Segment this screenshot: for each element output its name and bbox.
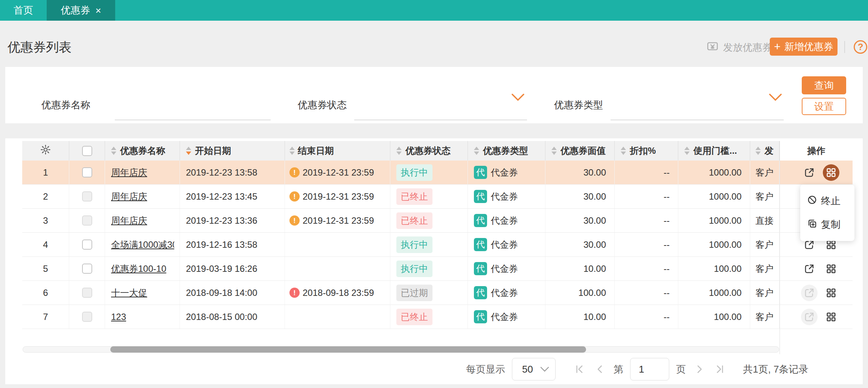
share-button[interactable]	[801, 285, 818, 301]
header-coupon-name[interactable]: 优惠券名称	[105, 141, 180, 161]
discount-cell: --	[615, 185, 678, 208]
threshold-cell: 1000.00	[678, 209, 750, 232]
coupon-name-link[interactable]: 周年店庆	[111, 191, 147, 203]
select-all-header[interactable]	[69, 141, 105, 161]
row-checkbox[interactable]	[82, 167, 92, 177]
table-row[interactable]: 6 十一大促 2018-09-18 14:00 ! 2018-09-18 23:…	[22, 281, 853, 305]
menu-item-copy[interactable]: 复制	[800, 213, 854, 236]
tab-coupon[interactable]: 优惠券 ×	[47, 0, 115, 21]
coupon-name-link[interactable]: 周年店庆	[111, 215, 147, 227]
table-row[interactable]: 7 123 2018-08-15 00:00 ! 已终止 代 代金券 10.00…	[22, 305, 853, 329]
face-value-cell: 10.00	[545, 257, 615, 280]
sort-icon[interactable]	[551, 147, 557, 155]
row-checkbox[interactable]	[82, 191, 92, 202]
issue-coupon-button[interactable]: 发放优惠券	[707, 39, 772, 56]
table-row[interactable]: 3 周年店庆 2019-12-23 13:36 ! 2019-12-31 23:…	[22, 209, 853, 233]
discount-cell: --	[615, 305, 678, 329]
row-checkbox[interactable]	[82, 312, 92, 322]
share-button[interactable]	[801, 261, 818, 277]
sort-icon[interactable]	[474, 147, 479, 155]
coupon-name-link[interactable]: 全场满1000减30	[111, 239, 174, 251]
page-number-input[interactable]	[630, 358, 669, 380]
menu-item-terminate[interactable]: 终止	[800, 189, 854, 213]
coupon-type-label: 代金券	[491, 311, 518, 323]
start-date-cell: 2019-03-19 16:26	[180, 257, 285, 280]
table-row[interactable]: 4 全场满1000减30 2019-12-16 13:58 ! 执行中 代 代金…	[22, 233, 853, 257]
header-coupon-status[interactable]: 优惠券状态	[390, 141, 468, 161]
threshold-cell: 100.00	[678, 257, 750, 280]
column-settings-header[interactable]	[22, 141, 69, 161]
table-row[interactable]: 1 周年店庆 2019-12-23 13:58 ! 2019-12-31 23:…	[22, 161, 853, 185]
add-coupon-button[interactable]: + 新增优惠券	[770, 38, 838, 56]
face-value-cell: 30.00	[545, 161, 615, 184]
coupon-status-select[interactable]	[354, 120, 527, 120]
chevron-down-icon[interactable]	[769, 93, 782, 102]
coupon-type-select[interactable]	[611, 120, 784, 120]
header-discount[interactable]: 折扣%	[615, 141, 678, 161]
previous-page-button[interactable]	[593, 362, 607, 376]
coupon-name-link[interactable]: 周年店庆	[111, 167, 147, 179]
sort-icon[interactable]	[289, 147, 295, 155]
first-page-button[interactable]	[573, 362, 586, 376]
end-date-text: 2018-09-18 23:59	[303, 288, 374, 298]
page-size-value: 50	[522, 364, 533, 375]
sort-icon[interactable]	[111, 147, 116, 155]
table-row[interactable]: 2 周年店庆 2019-12-23 13:45 ! 2019-12-31 23:…	[22, 185, 853, 209]
last-page-button[interactable]	[713, 362, 726, 376]
start-date-cell: 2019-12-16 13:58	[180, 233, 285, 256]
search-button[interactable]: 查询	[802, 76, 846, 94]
table-header-row: 优惠券名称 开始日期 结束日期 优惠券状态 优惠券类型 优惠券面值 折扣% 使	[22, 141, 853, 161]
share-button[interactable]	[801, 164, 818, 181]
settings-button[interactable]: 设置	[802, 98, 846, 115]
header-start-date[interactable]: 开始日期	[180, 141, 285, 161]
coupon-name-link[interactable]: 优惠券100-10	[111, 263, 166, 275]
more-actions-button[interactable]	[823, 285, 839, 301]
more-actions-button[interactable]	[823, 164, 839, 181]
coupon-type-icon: 代	[474, 286, 487, 299]
pagination-bar: 每页显示 50 第 页 共1页, 7条记录	[466, 357, 808, 381]
row-checkbox[interactable]	[82, 239, 92, 250]
horizontal-scrollbar-track[interactable]	[23, 346, 779, 353]
row-checkbox[interactable]	[82, 288, 92, 298]
share-button[interactable]	[801, 309, 818, 325]
gear-icon[interactable]	[40, 144, 51, 158]
row-checkbox[interactable]	[82, 215, 92, 226]
coupon-name-link[interactable]: 123	[111, 312, 126, 322]
more-actions-button[interactable]	[823, 261, 839, 277]
start-date-cell: 2019-12-23 13:58	[180, 161, 285, 184]
issue-coupon-label: 发放优惠券	[723, 41, 772, 54]
select-all-checkbox[interactable]	[82, 146, 92, 156]
face-value-cell: 10.00	[545, 305, 615, 329]
coupon-name-input[interactable]	[115, 120, 271, 120]
filter-panel	[5, 67, 863, 123]
sort-icon[interactable]	[186, 147, 191, 155]
sort-icon[interactable]	[755, 147, 761, 155]
more-actions-button[interactable]	[823, 309, 839, 325]
coupon-type-label: 代金券	[491, 215, 518, 227]
sort-icon[interactable]	[396, 147, 402, 155]
page-size-select[interactable]: 50	[512, 358, 556, 380]
coupon-type-label: 代金券	[491, 239, 518, 251]
coupon-type-icon: 代	[474, 190, 487, 203]
header-face-value[interactable]: 优惠券面值	[545, 141, 615, 161]
status-badge: 执行中	[396, 236, 432, 253]
header-issue-method[interactable]: 发	[750, 141, 780, 161]
coupon-status-filter-label: 优惠券状态	[298, 99, 347, 112]
coupon-type-label: 代金券	[491, 167, 518, 179]
tab-home[interactable]: 首页	[0, 0, 47, 21]
ban-icon	[807, 195, 817, 208]
coupon-name-link[interactable]: 十一大促	[111, 287, 147, 299]
header-threshold[interactable]: 使用门槛...	[678, 141, 750, 161]
sort-icon[interactable]	[621, 147, 626, 155]
next-page-button[interactable]	[693, 362, 706, 376]
close-tab-icon[interactable]: ×	[95, 6, 101, 15]
chevron-down-icon[interactable]	[511, 93, 525, 102]
sort-icon[interactable]	[684, 147, 690, 155]
header-end-date[interactable]: 结束日期	[285, 141, 390, 161]
header-coupon-type[interactable]: 优惠券类型	[468, 141, 545, 161]
row-checkbox[interactable]	[82, 264, 92, 274]
horizontal-scrollbar-thumb[interactable]	[110, 346, 586, 353]
table-row[interactable]: 5 优惠券100-10 2019-03-19 16:26 ! 执行中 代 代金券…	[22, 257, 853, 281]
help-icon[interactable]: ?	[854, 40, 867, 54]
add-coupon-label: 新增优惠券	[784, 40, 833, 53]
